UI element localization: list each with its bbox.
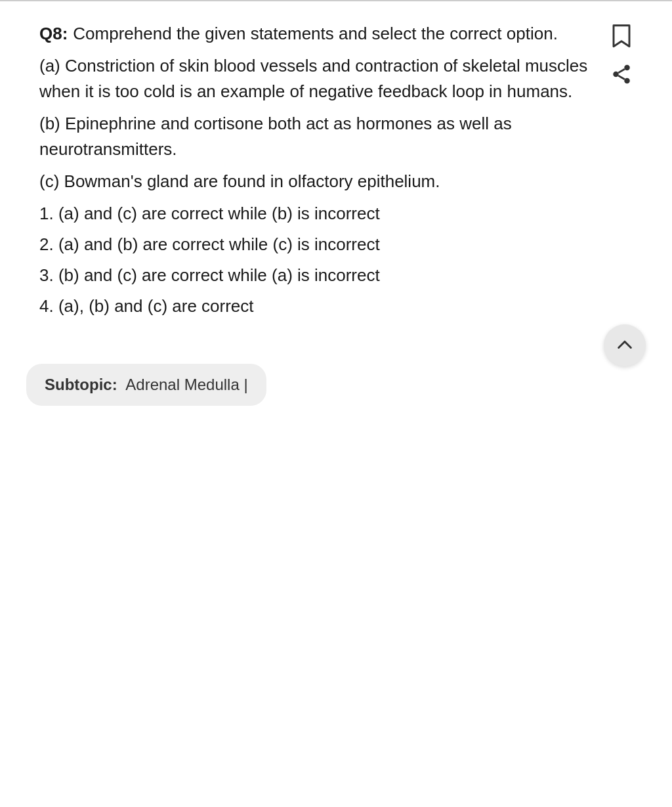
question-intro-text: Comprehend the given statements and sele…	[73, 24, 558, 43]
option-1[interactable]: 1. (a) and (c) are correct while (b) is …	[39, 201, 600, 227]
bookmark-icon[interactable]	[611, 24, 632, 47]
question-text-block: Q8:Comprehend the given statements and s…	[39, 21, 600, 324]
option-4[interactable]: 4. (a), (b) and (c) are correct	[39, 294, 600, 319]
page-container: Q8:Comprehend the given statements and s…	[0, 0, 672, 807]
subtopic-bar: Subtopic: Adrenal Medulla |	[26, 364, 266, 406]
statement-a: (a) Constriction of skin blood vessels a…	[39, 53, 600, 104]
option-2[interactable]: 2. (a) and (b) are correct while (c) is …	[39, 232, 600, 257]
question-label: Q8:	[39, 24, 68, 43]
svg-line-4	[618, 69, 625, 73]
question-block: Q8:Comprehend the given statements and s…	[39, 21, 633, 324]
question-intro: Q8:Comprehend the given statements and s…	[39, 21, 600, 47]
share-icon[interactable]	[610, 63, 633, 85]
subtopic-section: Subtopic: Adrenal Medulla |	[0, 351, 672, 419]
svg-point-1	[613, 72, 619, 77]
chevron-up-icon	[616, 336, 634, 355]
content-area: Q8:Comprehend the given statements and s…	[0, 1, 672, 351]
statement-b: (b) Epinephrine and cortisone both act a…	[39, 111, 600, 162]
statement-c: (c) Bowman's gland are found in olfactor…	[39, 169, 600, 194]
svg-point-0	[624, 65, 630, 71]
svg-line-3	[618, 76, 625, 79]
side-icons	[610, 21, 633, 324]
options-block: 1. (a) and (c) are correct while (b) is …	[39, 201, 600, 319]
scroll-up-button[interactable]	[604, 324, 646, 366]
subtopic-label: Subtopic:	[45, 376, 117, 393]
subtopic-text: Subtopic: Adrenal Medulla |	[45, 376, 248, 393]
option-3[interactable]: 3. (b) and (c) are correct while (a) is …	[39, 263, 600, 288]
subtopic-value: Adrenal Medulla |	[125, 376, 247, 393]
svg-point-2	[624, 78, 630, 84]
